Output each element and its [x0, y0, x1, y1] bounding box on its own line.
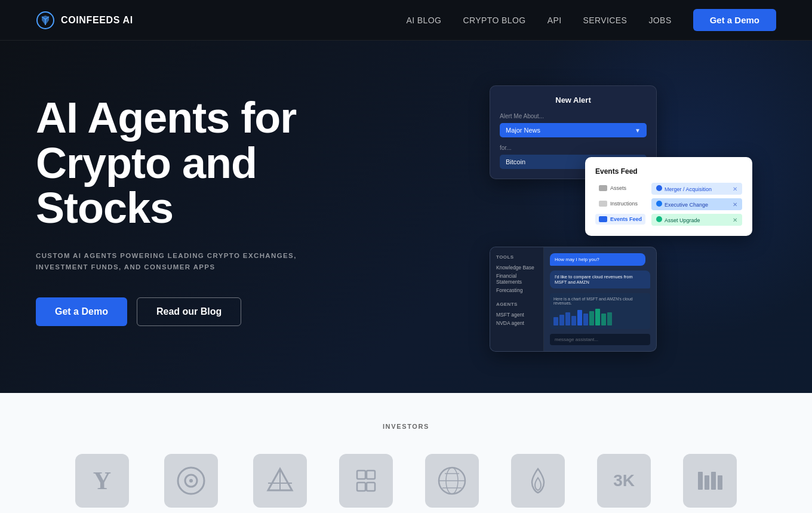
investor-amplify: AMPLIFY PARTNERS: [674, 454, 746, 513]
investor-harvard: HARVARD MGT CO: [416, 454, 488, 513]
svg-rect-18: [711, 472, 716, 490]
tool-knowledge-base[interactable]: Knowledge Base: [496, 263, 537, 272]
mini-chart: Here is a chart of MSFT and AMZN's cloud…: [550, 293, 650, 329]
navbar: COINFEEDS AI AI BLOG CRYPTO BLOG API SER…: [0, 0, 812, 41]
event-tag-asset[interactable]: Asset Upgrade ✕: [651, 214, 742, 226]
bar-8: [595, 309, 600, 325]
investor-logo-kleiner: [253, 454, 307, 508]
tag-close-icon[interactable]: ✕: [733, 186, 737, 192]
events-nav-instructions[interactable]: Instructions: [595, 198, 645, 209]
agents-section: Agents MSFT agent NVDA agent: [496, 302, 537, 327]
tools-section: Tools Knowledge Base Financial Statement…: [496, 254, 537, 294]
svg-rect-16: [698, 472, 703, 490]
hero-section: AI Agents for Crypto and Stocks CUSTOM A…: [0, 41, 812, 393]
nav-crypto-blog[interactable]: CRYPTO BLOG: [463, 16, 525, 25]
chat-main-panel: How may I help you? I'd like to compare …: [544, 247, 656, 351]
alert-dropdown-1-value: Major News: [506, 127, 540, 134]
nav-jobs[interactable]: JOBS: [648, 16, 671, 25]
svg-rect-9: [357, 483, 365, 491]
huobi-icon: [523, 466, 553, 496]
bar-5: [577, 310, 582, 325]
investor-third-kind: 3K THIRD KIND: [588, 454, 660, 513]
svg-rect-10: [367, 483, 375, 491]
events-tags: Merger / Acquisition ✕ Executive Change …: [651, 183, 742, 226]
events-nav: Assets Instructions Events Feed: [595, 183, 645, 226]
instructions-icon: [599, 201, 607, 207]
alert-dropdown-1[interactable]: Major News ▼: [500, 123, 647, 137]
bar-2: [559, 315, 564, 325]
events-nav-instructions-label: Instructions: [610, 201, 638, 207]
investor-kleiner: KLEINER PERKINS: [244, 454, 316, 513]
coinbase-icon: [176, 466, 206, 496]
agents-title: Agents: [496, 302, 537, 307]
events-nav-events-label: Events Feed: [610, 216, 642, 222]
logo-icon: [36, 11, 55, 30]
hero-content: AI Agents for Crypto and Stocks CUSTOM A…: [36, 96, 346, 326]
investors-label: INVESTORS: [36, 423, 776, 430]
investor-logo-harvard: [425, 454, 479, 508]
svg-point-3: [189, 479, 193, 483]
investor-logo-coinbase: [164, 454, 218, 508]
investor-logo-ycombinator: Y: [75, 454, 129, 508]
event-tag-merger[interactable]: Merger / Acquisition ✕: [651, 183, 742, 195]
tag-close-icon-3[interactable]: ✕: [733, 217, 737, 223]
alert-dropdown-2-value: Bitcoin: [506, 158, 525, 165]
nav-links: AI BLOG CRYPTO BLOG API SERVICES JOBS Ge…: [406, 9, 776, 31]
bar-9: [601, 314, 606, 325]
tool-forecasting[interactable]: Forecasting: [496, 286, 537, 294]
bar-10: [607, 312, 612, 325]
events-nav-events-feed[interactable]: Events Feed: [595, 214, 645, 225]
events-feed-icon: [599, 216, 607, 222]
tool-financial[interactable]: Financial Statements: [496, 272, 537, 286]
third-kind-symbol: 3K: [613, 471, 635, 490]
bar-6: [583, 314, 588, 325]
bar-4: [571, 316, 576, 325]
chart-bars: [553, 308, 647, 325]
tag-close-icon-2[interactable]: ✕: [733, 201, 737, 208]
chat-left-panel: Tools Knowledge Base Financial Statement…: [490, 247, 544, 351]
bar-7: [589, 311, 594, 325]
chart-note: Here is a chart of MSFT and AMZN's cloud…: [553, 297, 647, 305]
chat-input[interactable]: message assistant...: [550, 334, 650, 345]
svg-rect-19: [718, 475, 722, 490]
nav-api[interactable]: API: [548, 16, 562, 25]
nav-services[interactable]: SERVICES: [583, 16, 627, 25]
investors-grid: Y Y COMBINATOR COINBASE VENTURES: [36, 454, 776, 513]
event-tag-executive[interactable]: Executive Change ✕: [651, 198, 742, 210]
bar-3: [565, 312, 570, 325]
amplify-icon: [695, 466, 725, 496]
protocol-icon: [351, 466, 381, 496]
investor-logo-huobi: [511, 454, 565, 508]
harvard-icon: [436, 465, 467, 496]
tools-title: Tools: [496, 254, 537, 260]
event-tag-executive-label: Executive Change: [656, 201, 708, 208]
nav-ai-blog[interactable]: AI BLOG: [406, 16, 441, 25]
investor-huobi: HUOBI LABS: [502, 454, 574, 513]
kleiner-icon: [266, 466, 294, 495]
agent-nvda[interactable]: NVDA agent: [496, 319, 537, 327]
hero-title: AI Agents for Crypto and Stocks: [36, 96, 346, 231]
hero-read-blog-button[interactable]: Read our Blog: [137, 297, 241, 326]
nav-get-demo-button[interactable]: Get a Demo: [693, 9, 776, 31]
events-card-title: Events Feed: [595, 167, 742, 176]
logo[interactable]: COINFEEDS AI: [36, 11, 133, 30]
svg-rect-7: [357, 471, 365, 479]
hero-illustration: New Alert Alert Me About... Major News ▼…: [490, 85, 776, 336]
alert-label-2: for...: [500, 145, 647, 151]
investor-y-combinator: Y Y COMBINATOR: [66, 454, 138, 513]
alert-card-title: New Alert: [500, 96, 647, 105]
investors-section: INVESTORS Y Y COMBINATOR COINBASE VENTUR…: [0, 393, 812, 513]
hero-subtitle: CUSTOM AI AGENTS POWERING LEADING CRYPTO…: [36, 250, 346, 274]
chat-user-response: I'd like to compare cloud revenues from …: [550, 271, 650, 288]
events-sidebar: Assets Instructions Events Feed Merger /…: [595, 183, 742, 226]
hero-get-demo-button[interactable]: Get a Demo: [36, 297, 127, 326]
events-nav-assets[interactable]: Assets: [595, 183, 645, 193]
logo-text: COINFEEDS AI: [61, 15, 133, 26]
svg-rect-17: [705, 475, 709, 490]
tag-dot-blue: [656, 185, 662, 191]
investor-logo-protocol: [339, 454, 393, 508]
investor-logo-amplify: [683, 454, 737, 508]
investor-logo-third-kind: 3K: [597, 454, 651, 508]
agent-msft[interactable]: MSFT agent: [496, 311, 537, 319]
chat-card: Tools Knowledge Base Financial Statement…: [490, 247, 657, 352]
